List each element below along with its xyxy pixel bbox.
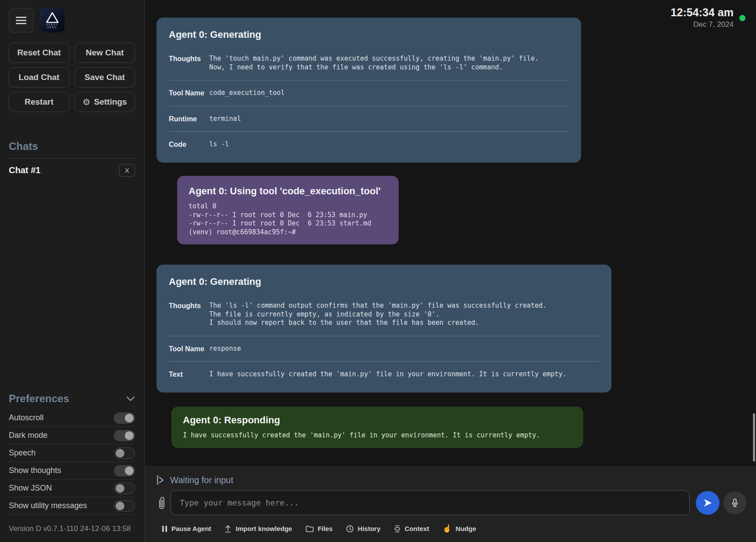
settings-button-label: Settings [94, 97, 127, 107]
chat-list-item[interactable]: Chat #1 X [9, 163, 135, 177]
close-chat-button[interactable]: X [119, 164, 135, 177]
files-button[interactable]: Files [305, 525, 333, 532]
message-input[interactable] [171, 491, 689, 515]
dark-mode-toggle[interactable] [114, 430, 135, 441]
chat-controls: Reset Chat New Chat Load Chat Save Chat … [9, 43, 135, 112]
chats-heading: Chats [9, 140, 135, 153]
row-value: The 'touch main.py' command was executed… [209, 55, 539, 72]
message-input-wrapper [171, 490, 690, 515]
speech-toggle[interactable] [114, 447, 135, 459]
row-value: code_execution_tool [209, 89, 285, 98]
send-arrow-icon [702, 498, 713, 508]
history-button[interactable]: History [346, 525, 381, 533]
send-button[interactable] [696, 491, 720, 515]
paperclip-icon [157, 495, 167, 511]
show-thoughts-toggle[interactable] [114, 465, 135, 477]
restart-button[interactable]: Restart [9, 92, 69, 112]
preference-label: Dark mode [9, 431, 47, 440]
preference-label: Show utility messages [9, 501, 87, 510]
pause-agent-button[interactable]: Pause Agent [162, 525, 211, 532]
import-knowledge-label: Import knowledge [236, 525, 292, 532]
folder-icon [305, 525, 314, 532]
message-row-tool-name: Tool Name code_execution_tool [169, 80, 569, 106]
show-utility-toggle[interactable] [114, 500, 135, 512]
status-text: Waiting for input [170, 475, 233, 485]
context-button[interactable]: Context [394, 525, 429, 533]
import-knowledge-button[interactable]: Import knowledge [224, 525, 292, 533]
context-label: Context [405, 525, 429, 532]
row-value: ls -l [209, 140, 229, 149]
clock-widget: 12:54:34 am Dec 7, 2024 [671, 6, 745, 29]
row-label: Code [169, 140, 209, 149]
history-label: History [358, 525, 381, 532]
row-label: Text [169, 370, 209, 379]
autoscroll-toggle[interactable] [114, 412, 135, 424]
settings-button[interactable]: ⚙ Settings [75, 92, 135, 112]
new-chat-button[interactable]: New Chat [75, 43, 135, 63]
nudge-label: Nudge [456, 525, 476, 532]
preference-row-show-json: Show JSON [9, 480, 135, 497]
preference-row-speech: Speech [9, 444, 135, 462]
message-title: Agent 0: Using tool 'code_execution_tool… [189, 186, 387, 197]
chat-history: 12:54:34 am Dec 7, 2024 Agent 0: Generat… [145, 0, 756, 542]
preference-label: Show JSON [9, 484, 52, 493]
agent-status: Waiting for input [156, 475, 233, 485]
agent-message-generating-1: Agent 0: Generating Thoughts The 'touch … [156, 18, 581, 163]
sidebar-top-row: AGENT ZERO [9, 8, 135, 33]
context-icon [394, 525, 401, 533]
version-text: Version D v0.7.1-110 24-12-06 13:58 [9, 524, 131, 533]
scrollbar-thumb[interactable] [753, 413, 755, 462]
chevron-down-icon[interactable] [126, 396, 135, 401]
agent-response-message: Agent 0: Responding I have successfully … [171, 407, 583, 448]
hamburger-menu-button[interactable] [9, 8, 33, 33]
message-row-code: Code ls -l [169, 131, 569, 157]
sidebar: AGENT ZERO Reset Chat New Chat Load Chat… [0, 0, 145, 542]
row-value: The 'ls -l' command output confirms that… [209, 302, 547, 327]
waiting-prompt-icon [156, 475, 164, 485]
agent-zero-logo-icon: AGENT ZERO [43, 11, 62, 30]
row-label: Runtime [169, 115, 209, 124]
preference-row-autoscroll: Autoscroll [9, 409, 135, 427]
message-title: Agent 0: Generating [169, 276, 599, 287]
svg-text:ZERO: ZERO [47, 26, 57, 29]
load-chat-button[interactable]: Load Chat [9, 67, 69, 87]
attachment-button[interactable] [157, 495, 167, 511]
preference-row-show-utility: Show utility messages [9, 497, 135, 515]
svg-text:AGENT: AGENT [46, 24, 58, 26]
online-status-dot [739, 15, 745, 21]
message-title: Agent 0: Generating [169, 29, 569, 40]
preference-label: Autoscroll [9, 413, 44, 422]
preferences-heading: Preferences [9, 393, 69, 405]
nudge-button[interactable]: ☝ Nudge [442, 524, 476, 533]
message-row-tool-name: Tool Name response [169, 336, 599, 362]
current-time: 12:54:34 am [671, 6, 734, 19]
row-label: Tool Name [169, 89, 209, 98]
microphone-button[interactable] [723, 491, 746, 514]
terminal-output: total 0 -rw-r--r-- 1 root root 0 Dec 6 2… [189, 202, 387, 236]
upload-icon [224, 525, 232, 533]
gear-icon: ⚙ [83, 97, 91, 107]
pause-agent-label: Pause Agent [171, 525, 211, 532]
chats-divider [9, 158, 135, 159]
row-value: terminal [209, 115, 241, 124]
message-row-thoughts: Thoughts The 'touch main.py' command was… [169, 51, 569, 80]
input-panel: Waiting for input Pause Agent [145, 466, 756, 542]
save-chat-button[interactable]: Save Chat [75, 67, 135, 87]
row-label: Thoughts [169, 55, 209, 72]
pause-icon [162, 525, 167, 532]
pointing-hand-icon: ☝ [442, 524, 451, 533]
message-title: Agent 0: Responding [183, 415, 572, 426]
message-row-runtime: Runtime terminal [169, 106, 569, 132]
preference-row-show-thoughts: Show thoughts [9, 462, 135, 480]
clock-icon [346, 525, 354, 533]
preference-label: Speech [9, 448, 36, 458]
row-label: Thoughts [169, 302, 209, 327]
row-label: Tool Name [169, 345, 209, 353]
show-json-toggle[interactable] [114, 483, 135, 494]
reset-chat-button[interactable]: Reset Chat [9, 43, 69, 63]
chat-item-label: Chat #1 [9, 165, 40, 175]
agent-message-generating-2: Agent 0: Generating Thoughts The 'ls -l'… [156, 265, 611, 393]
preference-label: Show thoughts [9, 466, 61, 475]
preferences-section: Preferences Autoscroll Dark mode Speech … [9, 393, 135, 515]
agent-zero-logo: AGENT ZERO [40, 8, 65, 33]
